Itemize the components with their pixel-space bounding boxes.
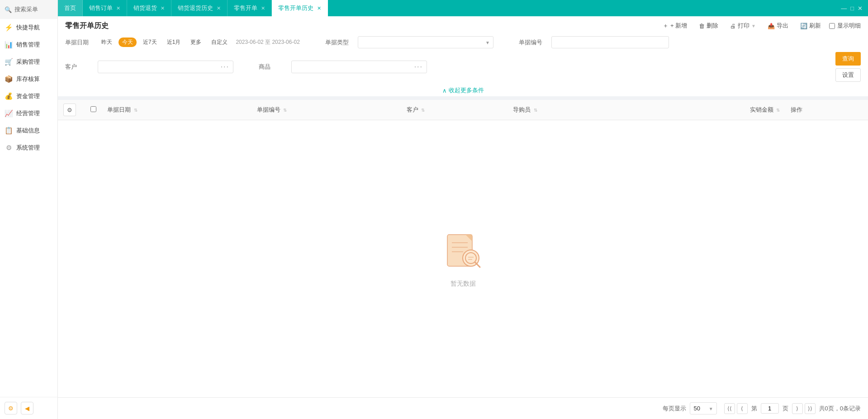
refresh-icon: 🔄 bbox=[800, 23, 807, 29]
collapse-sidebar-button[interactable]: ◀ bbox=[21, 402, 33, 414]
sys-icon: ⚙ bbox=[5, 144, 13, 152]
query-button[interactable]: 查询 bbox=[835, 52, 861, 66]
first-page-btn[interactable]: ⟨⟨ bbox=[724, 403, 735, 414]
goods-placeholder bbox=[295, 64, 414, 71]
sidebar-item-label: 资金管理 bbox=[16, 92, 40, 100]
sidebar-item-label: 系统管理 bbox=[16, 144, 40, 152]
date-btn-more[interactable]: 更多 bbox=[187, 38, 205, 47]
display-detail-checkbox[interactable] bbox=[829, 23, 835, 29]
th-date-sort-icon: ⇅ bbox=[134, 108, 138, 113]
table-settings-button[interactable]: ⚙ bbox=[63, 104, 76, 116]
sidebar-item-label: 库存核算 bbox=[16, 75, 40, 83]
tab-sales-order-close[interactable]: ✕ bbox=[116, 5, 120, 11]
customer-placeholder bbox=[102, 64, 221, 71]
date-btn-yesterday[interactable]: 昨天 bbox=[98, 38, 116, 47]
doc-no-input[interactable] bbox=[551, 36, 669, 48]
display-detail-toggle[interactable]: 显示明细 bbox=[829, 22, 861, 30]
print-dropdown-icon: ▼ bbox=[751, 24, 756, 28]
tab-sales-return-label: 销货退货 bbox=[133, 4, 157, 12]
print-label: 打印 bbox=[738, 22, 749, 30]
sidebar-item-quick-nav[interactable]: ⚡ 快捷导航 bbox=[0, 19, 57, 36]
date-filter-label: 单据日期 bbox=[65, 38, 90, 47]
th-date[interactable]: 单据日期 ⇅ bbox=[102, 100, 251, 120]
empty-text: 暂无数据 bbox=[451, 280, 476, 288]
page-nav: ⟨⟨ ⟨ 第 页 ⟩ ⟩⟩ bbox=[724, 403, 816, 414]
tab-sales-order-label: 销售订单 bbox=[89, 4, 113, 12]
sidebar-search[interactable]: 🔍 搜索采单 bbox=[0, 0, 57, 19]
goods-dots-icon[interactable]: ··· bbox=[414, 63, 423, 71]
add-button[interactable]: ＋ + 新增 bbox=[659, 20, 691, 32]
settings-button[interactable]: 设置 bbox=[835, 68, 861, 82]
prev-page-btn[interactable]: ⟨ bbox=[737, 403, 748, 414]
customer-label: 客户 bbox=[65, 63, 90, 71]
table-head: ⚙ 单据日期 ⇅ 单据编号 ⇅ bbox=[58, 100, 868, 120]
sidebar-item-label: 基础信息 bbox=[16, 127, 40, 135]
th-date-label: 单据日期 bbox=[107, 106, 131, 113]
tab-sales-return-history[interactable]: 销货退货历史 ✕ bbox=[171, 0, 228, 16]
sidebar-item-label: 采购管理 bbox=[16, 58, 40, 66]
date-btn-7days[interactable]: 近7天 bbox=[139, 38, 161, 47]
empty-illustration bbox=[438, 230, 488, 275]
tab-retail-history-close[interactable]: ✕ bbox=[317, 5, 321, 11]
filter-row-2: 客户 ··· 商品 ··· 查询 设置 bbox=[65, 52, 861, 82]
date-btn-today[interactable]: 今天 bbox=[119, 38, 137, 47]
th-no-label: 单据编号 bbox=[257, 106, 280, 113]
sidebar-item-purchase-mgmt[interactable]: 🛒 采购管理 bbox=[0, 53, 57, 71]
print-icon: 🖨 bbox=[730, 23, 736, 29]
sidebar-item-operations[interactable]: 📈 经营管理 bbox=[0, 105, 57, 122]
tab-sales-return-close[interactable]: ✕ bbox=[161, 5, 165, 11]
window-close-btn[interactable]: ✕ bbox=[858, 5, 863, 12]
sidebar-item-finance[interactable]: 💰 资金管理 bbox=[0, 88, 57, 105]
tab-home-label: 首页 bbox=[64, 4, 76, 12]
print-button[interactable]: 🖨 打印 ▼ bbox=[726, 20, 759, 32]
th-salesperson[interactable]: 导购员 ⇅ bbox=[508, 100, 636, 120]
last-page-btn[interactable]: ⟩⟩ bbox=[805, 403, 816, 414]
doc-type-select[interactable] bbox=[358, 36, 493, 48]
export-button[interactable]: 📤 导出 bbox=[764, 20, 792, 32]
select-all-checkbox[interactable] bbox=[90, 106, 96, 112]
tab-home[interactable]: 首页 bbox=[58, 0, 83, 16]
sidebar-item-sales-mgmt[interactable]: 📊 销售管理 bbox=[0, 36, 57, 53]
settings-bottom-button[interactable]: ⚙ bbox=[5, 402, 17, 414]
pagination: 每页显示 50 100 200 ⟨⟨ ⟨ 第 页 ⟩ ⟩⟩ bbox=[58, 397, 868, 419]
date-btn-1month[interactable]: 近1月 bbox=[163, 38, 185, 47]
table-container: ⚙ 单据日期 ⇅ 单据编号 ⇅ bbox=[58, 100, 868, 419]
customer-dots-icon[interactable]: ··· bbox=[221, 63, 229, 71]
collapse-filter-btn[interactable]: ∧ 收起更多条件 bbox=[65, 85, 861, 96]
th-no[interactable]: 单据编号 ⇅ bbox=[251, 100, 401, 120]
per-page-select[interactable]: 50 100 200 bbox=[690, 402, 717, 414]
date-range-display: 2023-06-02 至 2023-06-02 bbox=[236, 38, 299, 46]
tab-sales-order[interactable]: 销售订单 ✕ bbox=[83, 0, 127, 16]
th-action: 操作 bbox=[785, 100, 868, 120]
customer-input[interactable]: ··· bbox=[98, 61, 233, 73]
page-number-input[interactable] bbox=[761, 403, 779, 414]
sidebar-item-inventory[interactable]: 📦 库存核算 bbox=[0, 71, 57, 88]
tab-sales-return[interactable]: 销货退货 ✕ bbox=[127, 0, 171, 16]
tab-sales-return-history-close[interactable]: ✕ bbox=[217, 5, 221, 11]
sidebar: 🔍 搜索采单 ⚡ 快捷导航 📊 销售管理 🛒 采购管理 📦 库存核算 💰 资金管… bbox=[0, 0, 58, 419]
th-customer[interactable]: 客户 ⇅ bbox=[401, 100, 508, 120]
tab-retail-open[interactable]: 零售开单 ✕ bbox=[228, 0, 272, 16]
goods-label: 商品 bbox=[259, 63, 284, 71]
th-checkbox bbox=[85, 100, 102, 120]
tab-sales-return-history-label: 销货退货历史 bbox=[178, 4, 213, 12]
window-minimize-btn[interactable]: — bbox=[841, 5, 847, 12]
page-title-row: 零售开单历史 ＋ + 新增 🗑 删除 🖨 打印 ▼ bbox=[65, 20, 861, 32]
search-icon: 🔍 bbox=[5, 6, 12, 13]
th-amount[interactable]: 实销金额 ⇅ bbox=[636, 100, 786, 120]
goods-input[interactable]: ··· bbox=[291, 61, 427, 73]
window-maximize-btn[interactable]: □ bbox=[850, 5, 854, 12]
delete-button[interactable]: 🗑 删除 bbox=[695, 20, 722, 32]
basic-info-icon: 📋 bbox=[5, 127, 13, 135]
sidebar-item-sys-mgmt[interactable]: ⚙ 系统管理 bbox=[0, 139, 57, 156]
sales-icon: 📊 bbox=[5, 41, 13, 49]
next-page-btn[interactable]: ⟩ bbox=[792, 403, 803, 414]
date-btn-custom[interactable]: 自定义 bbox=[208, 38, 231, 47]
refresh-button[interactable]: 🔄 刷新 bbox=[797, 20, 825, 32]
purchase-icon: 🛒 bbox=[5, 58, 13, 66]
th-customer-sort-icon: ⇅ bbox=[421, 108, 425, 113]
content-area: 零售开单历史 ＋ + 新增 🗑 删除 🖨 打印 ▼ bbox=[58, 16, 868, 419]
tab-retail-history[interactable]: 零售开单历史 ✕ bbox=[272, 0, 328, 16]
sidebar-item-basic-info[interactable]: 📋 基础信息 bbox=[0, 122, 57, 139]
tab-retail-open-close[interactable]: ✕ bbox=[261, 5, 265, 11]
